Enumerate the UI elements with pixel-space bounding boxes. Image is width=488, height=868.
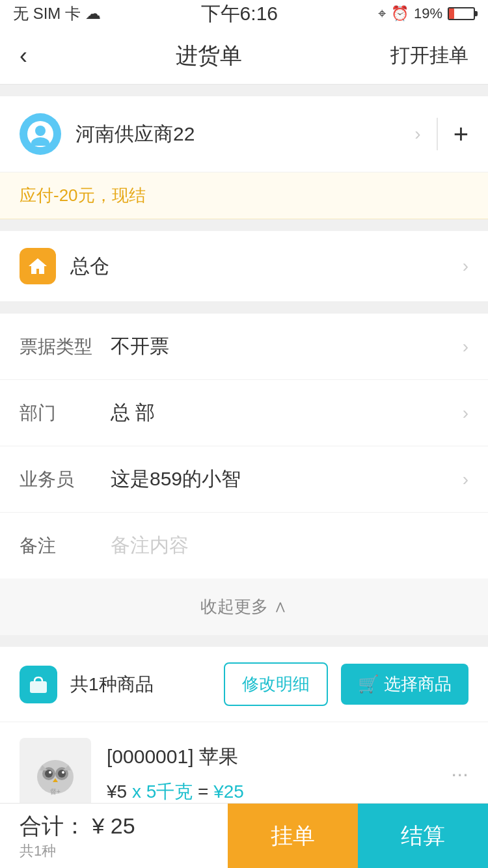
owl-logo: 督+ (29, 751, 81, 796)
supplier-avatar (20, 113, 61, 155)
nav-bar: ‹ 进货单 打开挂单 (0, 27, 488, 85)
location-icon: ⌖ (378, 5, 386, 22)
battery-percent: 19% (414, 5, 442, 22)
remark-input[interactable]: 备注内容 (111, 532, 468, 559)
remark-label: 备注 (20, 534, 98, 558)
svg-point-9 (49, 771, 51, 774)
edit-detail-button[interactable]: 修改明细 (224, 662, 328, 706)
svg-point-10 (62, 771, 64, 774)
product-section-icon (20, 666, 57, 703)
svg-rect-3 (30, 681, 47, 693)
add-button[interactable]: + (454, 120, 468, 149)
supplier-section: 河南供应商22 › + 应付-20元，现结 (0, 96, 488, 219)
payment-notice: 应付-20元，现结 (0, 172, 488, 219)
product-header: 共1种商品 修改明细 🛒 选择商品 (0, 647, 488, 722)
home-icon (27, 256, 48, 277)
more-options-button[interactable]: ··· (451, 762, 468, 786)
department-row[interactable]: 部门 总 部 › (0, 379, 488, 446)
salesperson-label: 业务员 (20, 467, 98, 492)
product-section: 共1种商品 修改明细 🛒 选择商品 (0, 647, 488, 825)
product-price: ¥5 x 5千克 = ¥25 (107, 780, 435, 804)
collapse-button[interactable]: 收起更多 ∧ (0, 578, 488, 635)
salesperson-chevron-icon: › (463, 469, 468, 490)
total-amount: 合计： ¥ 25 (20, 811, 208, 841)
checkout-button[interactable]: 结算 (358, 804, 488, 868)
equals-sign: = (198, 781, 213, 802)
warehouse-section: 总仓 › (0, 231, 488, 301)
unit-price: ¥5 (107, 781, 127, 802)
open-hang-button[interactable]: 打开挂单 (390, 42, 468, 69)
divider-2 (0, 219, 488, 231)
svg-marker-2 (29, 258, 47, 274)
item-total: ¥25 (213, 781, 244, 802)
warehouse-icon (20, 248, 56, 284)
salesperson-value: 这是859的小智 (111, 466, 463, 493)
status-left: 无 SIM 卡 ☁ (13, 3, 101, 24)
svg-point-7 (45, 770, 53, 778)
ticket-type-label: 票据类型 (20, 334, 98, 359)
department-chevron-icon: › (463, 403, 468, 424)
divider-3 (0, 301, 488, 313)
ticket-chevron-icon: › (463, 336, 468, 357)
status-right: ⌖ ⏰ 19% (378, 5, 475, 22)
supplier-divider (437, 118, 438, 150)
warehouse-chevron-icon: › (463, 256, 468, 277)
status-time: 下午6:16 (201, 1, 278, 27)
alarm-icon: ⏰ (391, 5, 409, 22)
form-section: 票据类型 不开票 › 部门 总 部 › 业务员 这是859的小智 › 备注 备注… (0, 313, 488, 578)
department-value: 总 部 (111, 400, 463, 426)
department-label: 部门 (20, 401, 98, 426)
salesperson-row[interactable]: 业务员 这是859的小智 › (0, 446, 488, 512)
back-button[interactable]: ‹ (20, 42, 27, 70)
total-value: ¥ 25 (92, 813, 135, 838)
divider-1 (0, 85, 488, 96)
remark-row[interactable]: 备注 备注内容 (0, 512, 488, 578)
product-count-label: 共1种商品 (70, 672, 211, 697)
ticket-type-row[interactable]: 票据类型 不开票 › (0, 313, 488, 379)
status-bar: 无 SIM 卡 ☁ 下午6:16 ⌖ ⏰ 19% (0, 0, 488, 27)
svg-text:督+: 督+ (50, 788, 61, 795)
supplier-row[interactable]: 河南供应商22 › + (0, 96, 488, 172)
quantity: x 5千克 (132, 781, 198, 802)
battery-icon (448, 7, 475, 20)
bag-icon (27, 675, 49, 694)
product-info: [0000001] 苹果 ¥5 x 5千克 = ¥25 (107, 744, 435, 804)
cart-icon: 🛒 (358, 674, 379, 694)
svg-point-1 (31, 137, 49, 146)
divider-4 (0, 635, 488, 647)
select-product-button[interactable]: 🛒 选择商品 (341, 664, 468, 705)
warehouse-name: 总仓 (70, 253, 463, 280)
total-section: 合计： ¥ 25 共1种 (0, 804, 228, 868)
sim-label: 无 SIM 卡 ☁ (13, 3, 101, 24)
warehouse-row[interactable]: 总仓 › (0, 231, 488, 301)
hang-order-button[interactable]: 挂单 (228, 804, 358, 868)
product-name: [0000001] 苹果 (107, 744, 435, 770)
person-icon (29, 122, 52, 146)
page-title: 进货单 (176, 41, 242, 71)
ticket-type-value: 不开票 (111, 333, 463, 360)
product-thumbnail: 督+ (20, 738, 91, 809)
supplier-name: 河南供应商22 (75, 121, 414, 148)
supplier-chevron-icon: › (414, 124, 420, 144)
svg-point-8 (58, 770, 66, 778)
svg-point-0 (35, 126, 46, 136)
total-count: 共1种 (20, 841, 208, 861)
bottom-bar: 合计： ¥ 25 共1种 挂单 结算 (0, 803, 488, 868)
total-label: 合计： (20, 813, 86, 838)
avatar-inner (27, 121, 53, 147)
